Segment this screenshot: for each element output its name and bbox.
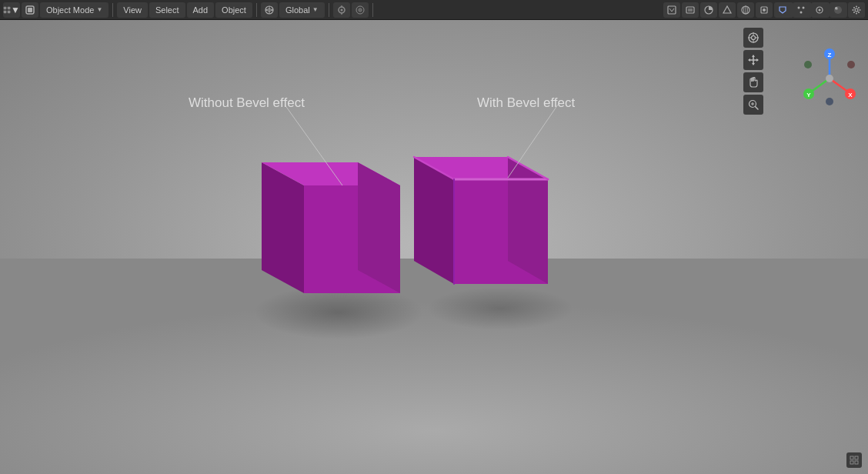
svg-text:Y: Y [806,92,811,98]
select-menu-button[interactable]: Select [149,2,185,18]
svg-marker-82 [752,55,755,57]
svg-point-37 [798,7,800,9]
global-transform-button[interactable]: Global ▼ [279,2,325,18]
3d-viewport[interactable]: Without Bevel effect With Bevel effect [0,20,868,474]
hand-tool-btn[interactable] [743,72,763,92]
transform-icon-button[interactable] [261,2,278,18]
zoom-tool-btn[interactable] [743,95,763,115]
editor-type-button[interactable]: ▼ [3,2,20,18]
object-menu-button[interactable]: Object [215,2,252,18]
svg-point-47 [856,13,857,15]
svg-text:Z: Z [828,52,832,58]
svg-point-102 [804,61,812,68]
output-properties-btn[interactable] [682,2,699,18]
svg-rect-5 [28,8,32,12]
scene-props-btn[interactable] [719,2,736,18]
svg-point-46 [856,6,857,8]
separator-3 [329,3,329,17]
object-mode-button[interactable]: Object Mode ▼ [40,2,108,18]
world-props-btn[interactable] [737,2,754,18]
svg-point-39 [800,12,803,14]
svg-point-38 [803,7,805,9]
svg-point-101 [847,61,855,68]
svg-point-57 [427,287,573,330]
viewport-controls[interactable] [846,452,862,468]
proportional-button[interactable] [352,2,369,18]
svg-rect-3 [8,10,11,13]
view-menu-button[interactable]: View [117,2,148,18]
separator-1 [112,3,113,17]
svg-rect-0 [4,6,7,9]
svg-marker-84 [748,58,750,62]
svg-rect-103 [850,456,853,459]
side-toolbar[interactable] [743,28,763,115]
settings-props-btn[interactable] [848,2,865,18]
svg-point-36 [763,8,766,12]
svg-point-42 [834,6,842,14]
view-layer-btn[interactable] [700,2,717,18]
cursor-tool-btn[interactable] [743,28,763,48]
svg-point-44 [836,8,837,9]
svg-line-87 [756,107,759,110]
separator-4 [372,3,373,17]
object-props-btn[interactable] [756,2,773,18]
svg-rect-2 [4,10,7,13]
svg-point-75 [752,36,756,40]
svg-point-14 [359,9,361,11]
svg-point-41 [819,9,821,12]
mode-icon-button[interactable] [22,2,38,18]
material-props-btn[interactable] [830,2,846,18]
svg-rect-104 [855,456,858,459]
add-menu-button[interactable]: Add [187,2,215,18]
svg-rect-29 [688,8,693,12]
svg-point-52 [858,7,860,8]
svg-marker-31 [723,6,731,13]
svg-point-45 [855,8,858,12]
svg-point-53 [853,12,855,13]
svg-marker-61 [358,162,400,293]
svg-text:Without Bevel effect: Without Bevel effect [189,95,305,110]
scene-svg: Without Bevel effect With Bevel effect [0,20,868,474]
svg-rect-105 [850,461,853,464]
svg-rect-1 [8,6,11,9]
svg-text:X: X [848,92,853,98]
snap-button[interactable] [333,2,350,18]
svg-rect-27 [668,6,676,14]
svg-point-9 [340,8,342,11]
svg-marker-85 [756,58,759,62]
svg-rect-55 [0,259,868,474]
svg-point-49 [860,9,861,11]
svg-point-51 [858,12,860,13]
svg-point-56 [254,285,423,339]
svg-text:With Bevel effect: With Bevel effect [477,95,576,110]
render-properties-btn[interactable] [663,2,680,18]
svg-point-50 [853,7,855,8]
right-toolbar[interactable] [660,0,868,20]
separator-2 [256,3,257,17]
svg-point-100 [826,98,833,105]
particles-props-btn[interactable] [793,2,810,18]
svg-marker-83 [752,63,755,65]
toggle-quad-view-btn[interactable] [846,452,862,468]
svg-point-48 [853,9,854,11]
navigation-gizmo[interactable]: Z X Y [799,48,860,109]
svg-point-99 [826,75,833,82]
modifier-props-btn[interactable] [774,2,791,18]
physics-props-btn[interactable] [811,2,828,18]
move-tool-btn[interactable] [743,50,763,70]
svg-rect-106 [855,461,858,464]
